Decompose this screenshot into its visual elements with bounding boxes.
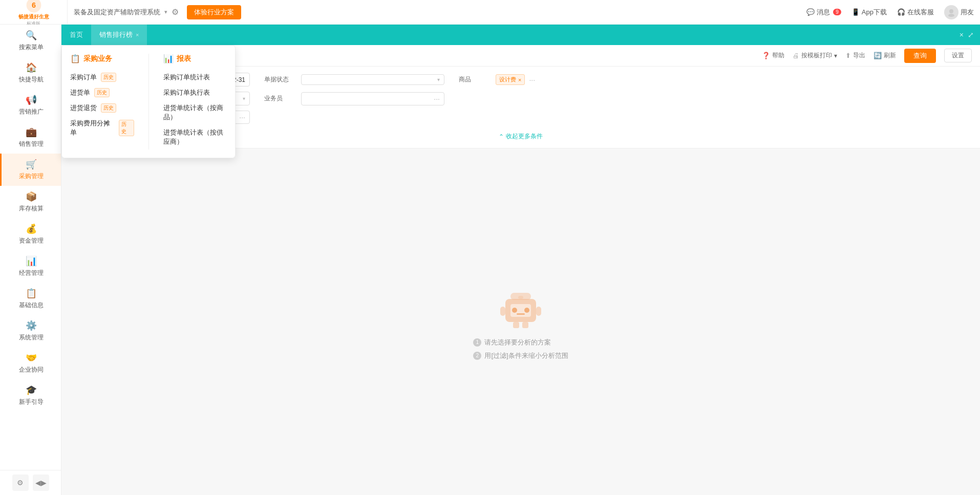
- sidebar-item-label-inventory: 库存核算: [19, 204, 44, 213]
- tab-close-icon[interactable]: ×: [136, 32, 139, 38]
- message-icon: 💬: [806, 8, 815, 16]
- tab-sales-rank[interactable]: 销售排行榜 ×: [91, 25, 147, 45]
- search-icon: 🔍: [26, 30, 37, 41]
- dropdown-item-report1[interactable]: 采购订单统计表: [163, 70, 227, 85]
- return-hist-badge: 历史: [101, 103, 116, 113]
- receive-hist-badge: 历史: [94, 88, 110, 97]
- refresh-button[interactable]: 🔄 刷新: [874, 51, 896, 60]
- sidebar-bottom: ⚙ ◀▶: [0, 470, 61, 495]
- sidebar-item-label-purchase: 采购管理: [19, 172, 44, 181]
- svg-rect-8: [517, 313, 525, 315]
- purchase-icon: 🛒: [26, 159, 37, 170]
- print-label: 按模板打印: [801, 51, 832, 60]
- svg-text:6: 6: [31, 1, 35, 9]
- goods-tag-close-icon[interactable]: ×: [518, 77, 521, 83]
- dropdown-col-purchase: 📋 采购业务 采购订单 历史 进货单 历史 进货退货 历史 采购费用分摊单 历史: [70, 54, 134, 149]
- goods-more-dots[interactable]: ···: [529, 76, 535, 84]
- sidebar-item-guide[interactable]: 🎓 新手引导: [0, 379, 61, 412]
- online-service-button[interactable]: 🎧 在线客服: [897, 8, 934, 17]
- system-title: 装备及固定资产辅助管理系统: [74, 8, 160, 17]
- dropdown-divider: [148, 54, 149, 149]
- settings-button[interactable]: 设置: [944, 49, 972, 62]
- home-icon: 🏠: [26, 62, 37, 73]
- tab-bar-right: × ⤢: [960, 31, 980, 39]
- sidebar-item-purchase[interactable]: 🛒 采购管理: [0, 154, 61, 186]
- sidebar-item-cooperation[interactable]: 🤝 企业协同: [0, 347, 61, 379]
- sidebar-item-label-basic-info: 基础信息: [19, 301, 44, 310]
- app-download-button[interactable]: 📱 App下载: [851, 8, 887, 17]
- expense-label: 采购费用分摊单: [70, 119, 115, 137]
- user-button[interactable]: 用友: [944, 5, 974, 19]
- purchase-order-hist-badge: 历史: [101, 73, 116, 82]
- svg-rect-9: [500, 307, 505, 316]
- dropdown-col1-label: 采购业务: [83, 54, 112, 63]
- title-dropdown-icon[interactable]: ▾: [164, 9, 167, 15]
- sidebar-item-operations[interactable]: 📊 经营管理: [0, 250, 61, 283]
- tab-home[interactable]: 首页: [61, 25, 91, 45]
- dropdown-col-report-title: 📊 报表: [163, 54, 227, 63]
- purchase-order-label: 采购订单: [70, 73, 97, 82]
- query-button[interactable]: 查询: [904, 49, 936, 63]
- dropdown-item-report3[interactable]: 进货单统计表（按商品）: [163, 100, 227, 125]
- help-icon: ❓: [762, 52, 770, 59]
- staff-label: 业务员: [264, 94, 295, 103]
- status-input[interactable]: ▾: [301, 74, 444, 85]
- logo-name: 畅捷通好生意: [18, 13, 49, 20]
- industry-button[interactable]: 体验行业方案: [187, 5, 241, 19]
- sidebar-item-nav[interactable]: 🏠 快捷导航: [0, 57, 61, 89]
- empty-tip-1: 1 请先选择要分析的方案: [473, 338, 568, 347]
- sidebar-item-label-system: 系统管理: [19, 333, 44, 342]
- sidebar-item-label-finance: 资金管理: [19, 236, 44, 245]
- sidebar-item-label-nav: 快捷导航: [19, 75, 44, 84]
- dropdown-col-report: 📊 报表 采购订单统计表 采购订单执行表 进货单统计表（按商品） 进货单统计表（…: [163, 54, 227, 149]
- print-dropdown-icon[interactable]: ▾: [834, 52, 837, 59]
- goods-filter: 设计费 × ···: [496, 74, 598, 85]
- dropdown-item-purchase-order[interactable]: 采购订单 历史: [70, 70, 134, 85]
- rank-chevron-icon: ▾: [243, 96, 245, 101]
- svg-point-2: [949, 9, 953, 13]
- svg-point-7: [524, 308, 529, 313]
- print-button[interactable]: 🖨 按模板打印 ▾: [793, 51, 837, 60]
- sidebar-item-search[interactable]: 🔍 搜索菜单: [0, 25, 61, 57]
- sidebar-collapse-button[interactable]: ◀▶: [33, 475, 49, 491]
- collapse-label: 收起更多条件: [506, 132, 543, 141]
- export-button[interactable]: ⬆ 导出: [845, 51, 865, 60]
- staff-more-dots[interactable]: ···: [434, 95, 440, 103]
- dropdown-item-expense[interactable]: 采购费用分摊单 历史: [70, 116, 134, 140]
- tip-num-1: 1: [473, 338, 481, 347]
- sidebar-item-inventory[interactable]: 📦 库存核算: [0, 186, 61, 218]
- dropdown-item-return[interactable]: 进货退货 历史: [70, 100, 134, 116]
- sidebar-item-basic-info[interactable]: 📋 基础信息: [0, 283, 61, 315]
- customer-more-dots[interactable]: ···: [239, 113, 245, 121]
- sidebar-item-sales[interactable]: 💼 销售管理: [0, 121, 61, 154]
- settings-icon[interactable]: ⚙: [172, 7, 179, 17]
- sidebar-settings-button[interactable]: ⚙: [12, 475, 29, 491]
- dropdown-item-report4[interactable]: 进货单统计表（按供应商）: [163, 125, 227, 149]
- help-button[interactable]: ❓ 帮助: [762, 51, 784, 60]
- svg-rect-10: [536, 307, 541, 316]
- inventory-icon: 📦: [26, 191, 37, 202]
- sidebar-item-finance[interactable]: 💰 资金管理: [0, 218, 61, 250]
- sidebar-item-label-search: 搜索菜单: [19, 43, 44, 52]
- tab-close-all-icon[interactable]: ×: [960, 31, 964, 39]
- sidebar-item-marketing[interactable]: 📢 营销推广: [0, 89, 61, 121]
- dropdown-item-receive[interactable]: 进货单 历史: [70, 85, 134, 100]
- user-label: 用友: [961, 8, 974, 17]
- phone-icon: 📱: [851, 8, 860, 16]
- help-label: 帮助: [772, 51, 784, 60]
- empty-robot-icon: [495, 284, 546, 330]
- staff-input[interactable]: ···: [301, 92, 444, 105]
- goods-tag: 设计费 ×: [496, 74, 525, 85]
- message-badge: 9: [833, 9, 841, 15]
- export-icon: ⬆: [845, 52, 851, 59]
- sidebar-item-label-cooperation: 企业协同: [19, 365, 44, 374]
- empty-tip-2: 2 用[过滤]条件来缩小分析范围: [473, 351, 568, 360]
- report1-label: 采购订单统计表: [163, 73, 210, 82]
- sidebar-item-system[interactable]: ⚙️ 系统管理: [0, 315, 61, 347]
- avatar: [944, 5, 958, 19]
- empty-illustration: [495, 284, 546, 330]
- dropdown-item-report2[interactable]: 采购订单执行表: [163, 85, 227, 100]
- message-button[interactable]: 💬 消息 9: [806, 8, 841, 17]
- tab-expand-icon[interactable]: ⤢: [968, 31, 974, 39]
- header-right: 💬 消息 9 📱 App下载 🎧 在线客服 用友: [806, 5, 974, 19]
